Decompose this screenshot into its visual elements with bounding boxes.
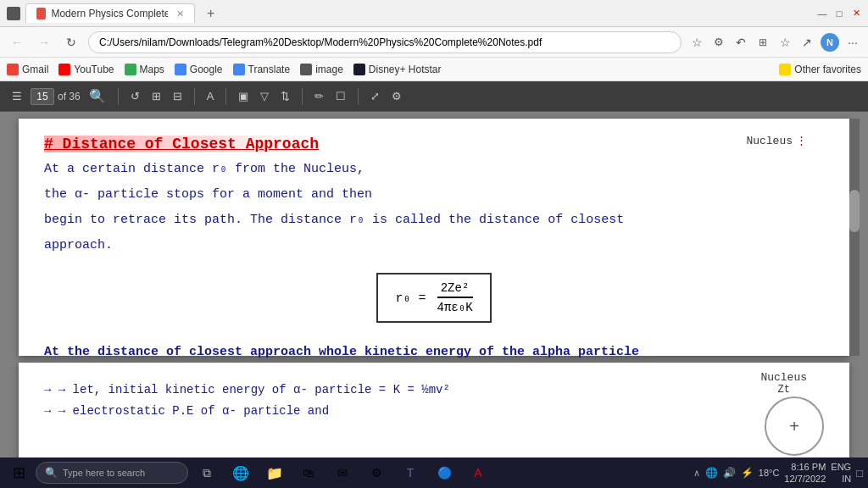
columns-btn[interactable]: ⊟ [170, 88, 186, 104]
bookmark-translate[interactable]: Translate [233, 64, 291, 75]
volume-icon[interactable]: 🔊 [723, 467, 736, 479]
highlight-btn[interactable]: ✏ [311, 88, 327, 104]
paragraph-line2: the α- particle stops for a moment and t… [44, 185, 824, 205]
window-controls: — □ ✕ [817, 8, 861, 19]
datetime-display: 8:16 PM 12/7/2022 [784, 461, 826, 485]
bookmarks-bar: Gmail YouTube Maps Google Translate imag… [0, 58, 868, 81]
bookmark-other[interactable]: Other favorites [779, 64, 861, 75]
extension-icon[interactable]: ⚙ [710, 34, 727, 51]
rotate-btn[interactable]: ↺ [127, 88, 143, 104]
paragraph-line3: begin to retrace its path. The distance … [44, 210, 824, 230]
edge-browser-icon: 🌐 [232, 465, 249, 481]
chrome-icon[interactable]: 🔵 [429, 461, 459, 485]
title-bar-left: Modern Physics Complete Note ✕ + [7, 3, 221, 23]
minimize-button[interactable]: — [817, 8, 827, 19]
store-icon[interactable]: 🛍 [293, 461, 324, 485]
close-button[interactable]: ✕ [851, 8, 861, 19]
maps-icon [125, 64, 136, 75]
sort-btn[interactable]: ⇅ [277, 88, 293, 104]
collections-icon[interactable]: ⊞ [754, 34, 771, 51]
folder-icon [779, 64, 791, 75]
pdf-content[interactable]: # Distance of Closest Approach Nucleus ⋮… [0, 112, 868, 488]
font-btn[interactable]: A [203, 88, 218, 104]
menu-button[interactable]: ··· [844, 34, 861, 51]
edge-icon[interactable]: 🌐 [225, 461, 256, 485]
thumbnail-btn[interactable]: ⊞ [148, 88, 164, 104]
taskview-icon: ⧉ [203, 466, 211, 480]
image-icon [300, 64, 312, 75]
taskview-button[interactable]: ⧉ [192, 461, 222, 485]
page-total: of 36 [58, 91, 81, 103]
divider2 [194, 88, 195, 105]
mail-icon[interactable]: ✉ [327, 461, 358, 485]
file-explorer-icon: 📁 [266, 465, 283, 481]
taskbar: ⊞ 🔍 Type here to search ⧉ 🌐 📁 🛍 ✉ ⚙ T 🔵 … [0, 458, 868, 488]
tab-favicon [36, 8, 46, 19]
scrollbar-track[interactable] [849, 119, 860, 356]
filter-btn[interactable]: ▽ [257, 88, 272, 104]
tab-close-btn[interactable]: ✕ [176, 8, 184, 19]
up-arrow-icon[interactable]: ∧ [693, 468, 700, 479]
bookmark-hotstar[interactable]: Disney+ Hotstar [353, 64, 442, 75]
formula-denominator: 4πε₀K [437, 298, 473, 314]
bookmark-image[interactable]: image [300, 64, 343, 75]
paragraph-line4: approach. [44, 236, 824, 256]
bookmark-gmail[interactable]: Gmail [7, 64, 48, 75]
divider4 [302, 88, 303, 105]
favorites-icon[interactable]: ☆ [776, 34, 793, 51]
mail-app-icon: ✉ [337, 466, 348, 480]
nucleus-text: Nucleus [746, 135, 793, 147]
forward-button[interactable]: → [34, 32, 54, 53]
tab-title: Modern Physics Complete Note [51, 8, 168, 19]
formula-box: r₀ = 2Ze² 4πε₀K [376, 273, 491, 323]
explorer-icon[interactable]: 📁 [259, 461, 290, 485]
hotstar-label: Disney+ Hotstar [369, 64, 442, 75]
reload-button[interactable]: ↻ [61, 32, 81, 53]
acrobat-app-icon: A [474, 466, 481, 480]
network-icon[interactable]: 🌐 [705, 467, 718, 479]
bookmark-youtube[interactable]: YouTube [58, 64, 114, 75]
settings-app-icon[interactable]: ⚙ [361, 461, 392, 485]
back-button[interactable]: ← [7, 32, 27, 53]
divider5 [358, 88, 359, 105]
divider1 [118, 88, 119, 105]
microsoft-store-icon: 🛍 [303, 466, 314, 480]
search-icon: 🔍 [45, 467, 58, 479]
expand-btn[interactable]: ⤢ [367, 88, 383, 104]
bookmark-google[interactable]: Google [175, 64, 223, 75]
settings-icon: ⚙ [371, 466, 382, 480]
comment-btn[interactable]: ☐ [332, 88, 349, 104]
settings-btn[interactable]: ⚙ [388, 88, 405, 104]
start-button[interactable]: ⊞ [5, 461, 32, 485]
multi-page-btn[interactable]: ▣ [235, 88, 252, 104]
teams-icon[interactable]: T [395, 461, 426, 485]
history-icon[interactable]: ↶ [732, 34, 749, 51]
notification-icon[interactable]: □ [856, 467, 863, 480]
line2-text: → electrostatic P.E of α- particle and [58, 404, 329, 418]
new-tab-button[interactable]: + [200, 4, 221, 23]
maximize-button[interactable]: □ [834, 8, 844, 19]
title-highlight: # Distance of Closest Approach [44, 136, 319, 152]
address-input[interactable] [88, 31, 682, 53]
acrobat-icon[interactable]: A [463, 461, 493, 485]
gmail-label: Gmail [22, 64, 48, 75]
zoom-in-icon[interactable]: 🔍 [86, 86, 109, 106]
scrollbar-thumb[interactable] [849, 190, 860, 232]
taskbar-search-box[interactable]: 🔍 Type here to search [36, 462, 188, 484]
profile-avatar[interactable]: N [821, 33, 839, 52]
blue-line1: At the distance of closest approach whol… [44, 341, 824, 363]
nucleus-label-top: Nucleus ⋮ [746, 134, 807, 147]
google-icon [175, 64, 186, 75]
bookmark-maps[interactable]: Maps [125, 64, 164, 75]
page-number-input[interactable] [31, 88, 54, 105]
browser-tab[interactable]: Modern Physics Complete Note ✕ [25, 3, 195, 23]
nucleus-text-bottom: Nucleus [760, 371, 807, 384]
language-code: ENG [831, 461, 851, 473]
divider3 [225, 88, 226, 105]
share-icon[interactable]: ↗ [798, 34, 815, 51]
region-code: IN [831, 473, 851, 485]
temperature-display: 18°C [759, 468, 780, 478]
nucleus-label-bottom: Nucleus Zt [760, 371, 807, 396]
pdf-menu-btn[interactable]: ☰ [8, 88, 25, 104]
bookmark-star-icon[interactable]: ☆ [688, 34, 705, 51]
